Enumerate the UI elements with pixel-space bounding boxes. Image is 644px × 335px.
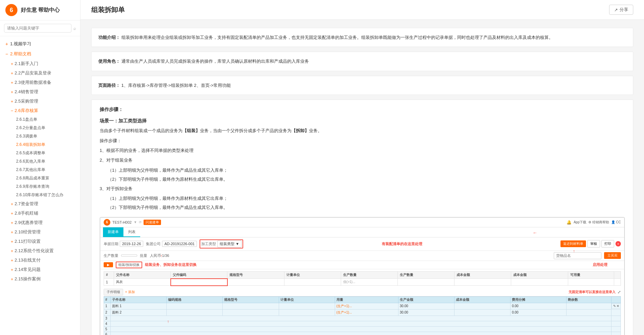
sidebar-item-faq[interactable]: + 2.14常见问题 — [11, 265, 80, 274]
child-row-5: 5 — [104, 326, 621, 332]
row-edit-icon[interactable]: ✎ — [613, 304, 616, 308]
sidebar-item-coupon[interactable]: + 2.9优惠券管理 — [11, 218, 80, 227]
plus-icon: + — [11, 71, 13, 76]
sidebar-item-other-in[interactable]: 2.6.6其他入库单 — [16, 157, 80, 166]
share-button[interactable]: ↗ 分享 — [609, 5, 633, 15]
user-icon: 👤 CC — [611, 220, 621, 224]
qty-value — [121, 255, 137, 257]
sidebar-item-stocktake[interactable]: 2.6.1盘点单 — [16, 115, 80, 124]
assembly-type-toggle[interactable]: 组装/拆卸切换 — [116, 262, 142, 268]
query-btn[interactable]: 立买买 — [604, 252, 621, 259]
form-biz-group: 集团公司 AD-20191226-001 — [146, 241, 197, 247]
biz-id: AD-20191226-001 — [162, 241, 197, 247]
type-value[interactable]: 组装类型 ▼ — [217, 240, 241, 247]
sidebar-item-newbie[interactable]: + 2.1新手入门 — [11, 59, 80, 68]
sidebar-item-cost-recalc[interactable]: 2.6.8商品成本重算 — [16, 174, 80, 182]
dropdown-icon: ▼ — [133, 220, 137, 224]
intro-text: 组装拆卸单用来处理企业组装或拆卸等加工业务，支持有固定装配清单的产品加工业务，也… — [121, 35, 553, 40]
tab-new[interactable]: 新建单 — [103, 227, 123, 236]
child-table-wrapper: 子件明细 + 添加 无固定清单可以直接在这里录入 ⤢ # — [104, 288, 621, 335]
sidebar-item-purchase[interactable]: + 2.5采购管理 — [11, 97, 80, 106]
step3: 3、对于拆卸业务 — [100, 185, 625, 192]
path-block: 页面路径： 1、库存核算->库存管理->组装拆卸单 2、首页->常用功能 — [91, 76, 633, 95]
plus-icon: + — [11, 90, 13, 95]
tab-list[interactable]: 列表 — [123, 227, 140, 237]
step2-2: （2）下部明细为子件明细，最终作为原材料生成其它出库单。 — [100, 175, 625, 183]
plus-icon: + — [11, 80, 13, 85]
steps-section: 操作步骤： 场景一：加工类型选择 当由多个子件材料组装成一个成品的业务为【组装】… — [91, 100, 633, 335]
sidebar-item-help-docs[interactable]: − 2.帮助文档 — [0, 49, 80, 59]
sidebar: 6 好生意 帮助中心 ⌕ + 1.视频学习 − 2.帮助文档 + 2.1新手入门… — [0, 0, 80, 335]
new-order-btn[interactable]: 闪速建单 — [144, 220, 161, 225]
sidebar-nav: + 1.视频学习 − 2.帮助文档 + 2.1新手入门 + 2.2产品安装及登录… — [0, 36, 80, 335]
plus-icon: + — [11, 202, 13, 207]
annotation-switch: 组装业务、拆卸业务在这里切换 — [145, 262, 197, 267]
annotation-enable: 启用处理 — [593, 262, 607, 267]
main-header: 组装拆卸单 ↗ 分享 — [80, 0, 644, 20]
role-text: 通常由生产人员或库管人员完成拆装业务的操作，库管人员确认原材料的出库和产成品的入… — [121, 59, 309, 64]
main-area: 组装拆卸单 ↗ 分享 功能介绍： 组装拆卸单用来处理企业组装或拆卸等加工业务，支… — [80, 0, 644, 335]
sidebar-inventory-sub: 2.6.1盘点单 2.6.2分量盘点单 2.6.3调拨单 2.6.4组装拆卸单 … — [11, 115, 80, 199]
type-label: 加工类型 — [201, 241, 216, 246]
step2-1: （1）上部明细为父件明细，最终作为产成品生成其它入库单； — [100, 166, 625, 174]
minus-icon: − — [11, 108, 13, 113]
steps-title: 操作步骤： — [100, 107, 625, 113]
sidebar-item-mobile[interactable]: + 2.8手机旺铺 — [11, 209, 80, 218]
sidebar-sub-help: + 2.1新手入门 + 2.2产品安装及登录 + 2.3使用前数据准备 + 2.… — [0, 59, 80, 284]
sidebar-item-assembly[interactable]: 2.6.4组装拆卸单 — [16, 141, 80, 149]
child-row-1: 1 面料 1 (生产+1)... 30.00 0.00 — [104, 303, 621, 309]
child-table: # 子件名称 编码规格 规格型号 计量单位 用量 生产金额 成本金额 费用分摊 — [104, 296, 621, 335]
date-label: 单据日期 — [104, 241, 118, 246]
sidebar-item-stock-query[interactable]: 2.6.9库存账本查询 — [16, 182, 80, 191]
sidebar-item-customize[interactable]: + 2.12系统个性化设置 — [11, 246, 80, 256]
app-link: App下载 — [574, 220, 586, 225]
qty2-label: 批量 — [140, 253, 147, 258]
refresh-icon: ⟳ — [139, 220, 142, 224]
sidebar-item-video[interactable]: + 1.视频学习 — [0, 39, 80, 49]
sidebar-item-print[interactable]: + 2.11打印设置 — [11, 237, 80, 246]
sidebar-item-stock-error[interactable]: 2.6.10库存账本错了怎么办 — [16, 191, 80, 199]
print-btn[interactable]: 打印 — [601, 240, 614, 247]
bell-icon: 🔔 — [567, 220, 572, 225]
sidebar-item-cases[interactable]: + 2.15操作案例 — [11, 274, 80, 284]
sidebar-item-inventory[interactable]: − 2.6库存核算 — [11, 106, 80, 115]
step3-1: （1）上部明细为父件明细，最终作为原材料生成其它出库单； — [100, 194, 625, 202]
intro-label: 功能介绍： — [98, 35, 120, 40]
qty2-value: 人民币 1/36 — [150, 253, 169, 258]
close-btn[interactable]: × — [615, 241, 621, 246]
confirm-btn[interactable]: 返还到材料单 — [560, 240, 586, 247]
step2: 2、对于组装业务 — [100, 156, 625, 164]
sidebar-item-install[interactable]: + 2.2产品安装及登录 — [11, 68, 80, 78]
minus-icon: − — [5, 51, 8, 57]
sidebar-item-other-out[interactable]: 2.6.7其他出库单 — [16, 166, 80, 174]
annotation-top: 有装配清单的在这里处理 — [246, 241, 558, 246]
child-row-2: 2 面料 2 (生产+1)... 30.00 0.00 — [104, 309, 621, 316]
sidebar-item-data-prep[interactable]: + 2.3使用前数据准备 — [11, 78, 80, 87]
sidebar-item-management[interactable]: + 2.10经营管理 — [11, 227, 80, 237]
sidebar-item-cost-adjust[interactable]: 2.6.5成本调整单 — [16, 149, 80, 157]
table-area: # 父件名称 父件编码 规格型号 计量单位 生产数量 生产数量 成本金额 成本金… — [100, 269, 624, 335]
form-date-group: 单据日期 2019-12-26 — [104, 241, 143, 247]
sidebar-item-transfer[interactable]: 2.6.3调拨单 — [16, 132, 80, 141]
sidebar-item-finance[interactable]: + 2.7资金管理 — [11, 199, 80, 209]
search-icon[interactable]: ⌕ — [73, 26, 76, 31]
app-logo: 6 — [5, 4, 17, 16]
path-label: 页面路径： — [98, 83, 120, 88]
role-label: 使用角色： — [98, 59, 120, 64]
share-icon: ↗ — [614, 7, 618, 12]
row-delete-icon[interactable]: ✕ — [616, 304, 619, 308]
sidebar-item-payment[interactable]: + 2.13在线支付 — [11, 256, 80, 265]
sidebar-item-sales[interactable]: + 2.4销售管理 — [11, 87, 80, 97]
audit-btn[interactable]: 审核 — [587, 240, 600, 247]
child-tabs: 子件明细 + 添加 无固定清单可以直接在这里录入 ⤢ — [104, 288, 621, 296]
sidebar-item-partial-stocktake[interactable]: 2.6.2分量盘点单 — [16, 124, 80, 132]
table-row: 1 风衣 倍(>1)... — [104, 279, 621, 286]
child-row-6: 6 — [104, 332, 621, 335]
search-input[interactable] — [4, 24, 71, 33]
plus-icon: + — [5, 41, 8, 47]
app-top-bar: 6 TEST-H002 ▼ ⟳ 闪速建单 🔔 App下载 ⚙ 经销商帮助 👤 C… — [100, 218, 624, 227]
child-tab-label: 子件明细 — [104, 289, 123, 295]
expand-icon: ⤢ — [618, 290, 621, 294]
add-row-btn[interactable]: + 添加 — [125, 290, 135, 294]
top-bar-id: TEST-H002 — [112, 220, 131, 224]
